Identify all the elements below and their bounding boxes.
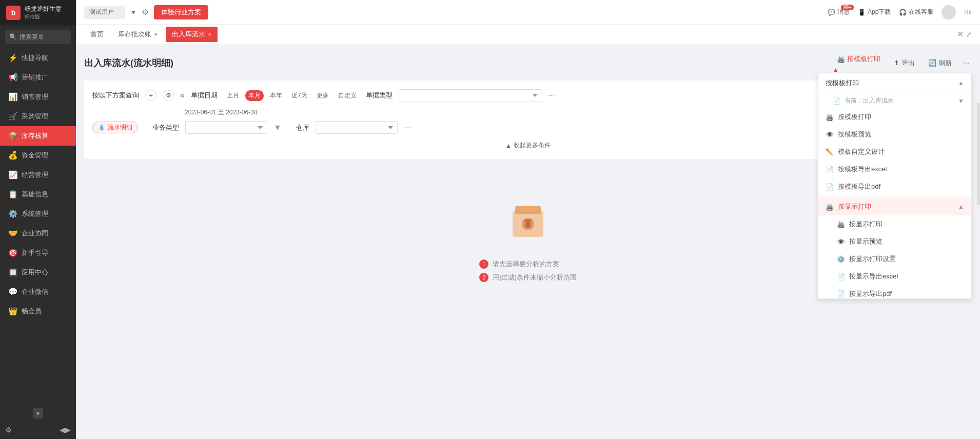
member-icon: 👑 [8, 307, 17, 316]
display-pdf-icon: 📄 [837, 290, 845, 298]
business-type-chevron[interactable]: ▼ [273, 123, 282, 132]
sidebar-item-basic[interactable]: 📋 基础信息 [0, 185, 76, 204]
online-service-button[interactable]: 🎧 在线客服 [899, 8, 933, 16]
sidebar-item-sales[interactable]: 📊 销售管理 [0, 87, 76, 107]
filter-chip-flow[interactable]: 💧 流水明细 [92, 122, 138, 133]
expand-tab-button[interactable]: ⤢ [966, 30, 972, 38]
message-button[interactable]: 💬 消息 99+ [828, 8, 850, 16]
svg-rect-3 [525, 221, 531, 228]
filter-scheme-label: 按以下方案查询 [92, 91, 139, 100]
filter-settings-button[interactable]: ⚙ [163, 90, 174, 101]
close-inventory-batch-tab[interactable]: × [154, 31, 158, 37]
resize-handle[interactable] [977, 103, 980, 205]
warehouse-select[interactable] [316, 121, 398, 134]
sidebar-item-finance[interactable]: 💰 资金管理 [0, 146, 76, 165]
empty-step-2: 2 用[过滤]条件来缩小分析范围 [479, 271, 576, 284]
display-print-section[interactable]: 🖨️ 按显示打印 ▲ [818, 198, 971, 215]
template-print-button[interactable]: 🖨️ 按模板打印 [818, 108, 971, 126]
topbar-username[interactable]: Rit [964, 9, 972, 16]
print-dropdown-panel: 按模板打印 ▲ 📄 当前：出入库流水 ▼ 🖨️ 按模板打印 👁️ 按模板预览 [818, 73, 972, 299]
print-template-dropdown: 🖨️ 按模板打印 ▲ [833, 52, 885, 73]
topbar-gear-button[interactable]: ⚙ [142, 7, 149, 17]
template-design-button[interactable]: ✏️ 模板自定义设计 [818, 143, 971, 161]
excel-template-icon: 📄 [826, 166, 834, 173]
close-all-tabs-button[interactable]: ✕ [957, 29, 964, 39]
export-button[interactable]: ⬆ 导出 [890, 56, 919, 70]
sidebar-item-marketing[interactable]: 📢 营销推广 [0, 68, 76, 87]
apps-icon: 🔲 [8, 268, 17, 277]
date-tab-last-month[interactable]: 上月 [224, 90, 242, 101]
tab-home[interactable]: 首页 [84, 27, 110, 42]
doc-type-select[interactable] [399, 89, 542, 102]
sidebar-item-member[interactable]: 👑 畅会员 [0, 302, 76, 321]
user-dropdown-button[interactable]: ▼ [130, 9, 136, 16]
display-export-excel-button[interactable]: 📄 按显示导出excel [818, 268, 971, 285]
page-title: 出入库流水(流水明细) [84, 57, 173, 69]
page-title-bar: 出入库流水(流水明细) 🖨️ 按模板打印 ▲ ⬆ 导出 🔄 刷新 [84, 52, 972, 73]
display-excel-icon: 📄 [837, 273, 845, 281]
print-panel-header: 按模板打印 ▲ [818, 73, 971, 93]
business-type-select[interactable] [185, 121, 267, 134]
display-print-settings-button[interactable]: ⚙️ 按显示打印设置 [818, 250, 971, 268]
search-menu-button[interactable]: 🔍 搜索菜单 [5, 30, 71, 44]
app-download-button[interactable]: 📱 App下载 [858, 8, 891, 16]
settings-icon-button[interactable]: ⚙ [5, 426, 12, 434]
display-preview-button[interactable]: 👁️ 按显示预览 [818, 233, 971, 250]
template-export-pdf-button[interactable]: 📄 按模板导出pdf [818, 178, 971, 195]
sidebar-item-collab[interactable]: 🤝 企业协同 [0, 224, 76, 243]
date-tab-this-month[interactable]: 本月 [245, 90, 264, 101]
date-tab-more[interactable]: 更多 [313, 90, 332, 101]
sidebar-item-apps[interactable]: 🔲 应用中心 [0, 263, 76, 282]
sidebar-scroll-down[interactable]: ▼ [33, 408, 43, 418]
collapse-more-conditions-button[interactable]: ▲ 收起更多条件 [500, 139, 556, 152]
current-template-chevron: ▼ [958, 97, 964, 105]
more-actions-button[interactable]: ··· [961, 58, 972, 68]
user-avatar[interactable] [942, 5, 956, 19]
tab-inventory-batch[interactable]: 库存批次账 × [112, 27, 164, 42]
sidebar-item-operations[interactable]: 📈 经营管理 [0, 165, 76, 185]
doc-type-more-button[interactable]: ··· [548, 91, 555, 100]
message-badge: 99+ [841, 5, 854, 10]
collapse-up-icon: ▲ [505, 142, 512, 149]
collab-icon: 🤝 [8, 229, 17, 238]
sidebar-item-wechat[interactable]: 💬 企业微信 [0, 282, 76, 302]
refresh-button[interactable]: 🔄 刷新 [924, 56, 956, 70]
trial-button[interactable]: 体验行业方案 [154, 5, 208, 19]
print-template-button[interactable]: 🖨️ 按模板打印 [833, 52, 885, 66]
edition-label: 标准版 [25, 13, 62, 21]
sidebar-item-quick-nav[interactable]: ⚡ 快捷导航 [0, 48, 76, 68]
close-inventory-flow-tab[interactable]: × [208, 31, 211, 37]
sidebar-item-purchase[interactable]: 🛒 采购管理 [0, 107, 76, 126]
display-export-pdf-button[interactable]: 📄 按显示导出pdf [818, 285, 971, 298]
filter-add-button[interactable]: + [145, 90, 156, 101]
marketing-icon: 📢 [8, 73, 17, 82]
print-dropdown-chevron[interactable]: ▲ [833, 66, 839, 73]
current-template-row: 📄 当前：出入库流水 ▼ [818, 93, 971, 108]
display-section-chevron: ▲ [958, 203, 964, 210]
divider-1 [818, 196, 971, 197]
purchase-icon: 🛒 [8, 112, 17, 121]
wechat-icon: 💬 [8, 287, 17, 296]
filter-collapse-left-button[interactable]: « [180, 91, 185, 100]
inventory-icon: 📦 [8, 131, 17, 141]
date-tab-this-year[interactable]: 本年 [267, 90, 285, 101]
date-tab-custom[interactable]: 自定义 [335, 90, 360, 101]
sidebar-item-inventory[interactable]: 📦 库存核算 [0, 126, 76, 146]
display-print-icon: 🖨️ [837, 221, 845, 228]
sidebar-item-system[interactable]: ⚙️ 系统管理 [0, 204, 76, 224]
template-preview-button[interactable]: 👁️ 按模板预览 [818, 126, 971, 143]
display-print-button[interactable]: 🖨️ 按显示打印 [818, 215, 971, 233]
sidebar-item-guide[interactable]: 🎯 新手引导 [0, 243, 76, 263]
warehouse-more-button[interactable]: ··· [404, 123, 410, 132]
topbar: 测试用户 ▼ ⚙ 体验行业方案 💬 消息 99+ 📱 App下载 🎧 在线客服 … [76, 0, 980, 25]
collapse-sidebar-button[interactable]: ◀▶ [60, 426, 71, 434]
template-export-excel-button[interactable]: 📄 按模板导出excel [818, 161, 971, 178]
date-field-label: 单据日期 [191, 91, 218, 100]
tab-inventory-flow[interactable]: 出入库流水 × [166, 27, 218, 42]
finance-icon: 💰 [8, 151, 17, 160]
user-display[interactable]: 测试用户 [84, 6, 125, 19]
display-print-section-icon: 🖨️ [826, 203, 834, 211]
sidebar-nav: ⚡ 快捷导航 📢 营销推广 📊 销售管理 🛒 采购管理 📦 库存核算 💰 资金管… [0, 48, 76, 406]
topbar-right: 💬 消息 99+ 📱 App下载 🎧 在线客服 Rit [828, 5, 972, 19]
date-tab-7days[interactable]: 近7天 [288, 90, 310, 101]
